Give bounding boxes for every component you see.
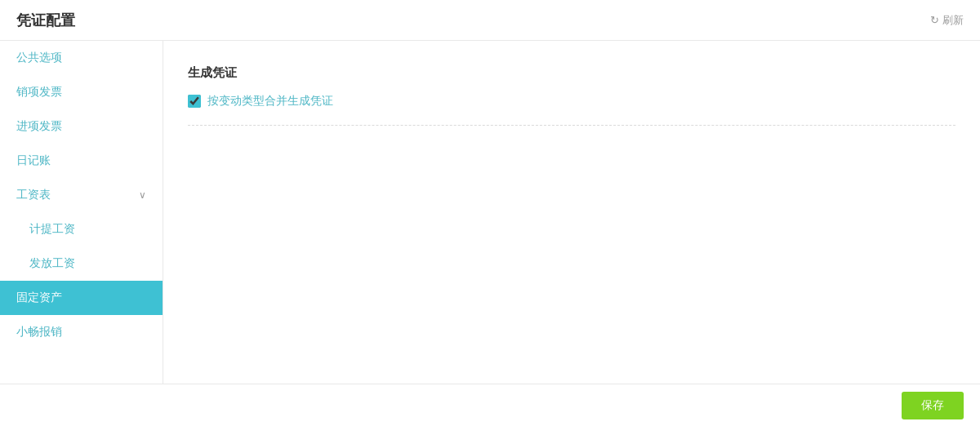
sidebar-item-petty-expense[interactable]: 小畅报销: [0, 315, 163, 349]
footer: 保存: [0, 384, 980, 426]
chevron-down-icon: ∨: [139, 189, 146, 201]
sidebar-label-payroll-pay: 发放工资: [29, 256, 75, 271]
sidebar: 公共选项销项发票进项发票日记账工资表∨计提工资发放工资固定资产小畅报销: [0, 41, 163, 384]
sidebar-item-payroll-table[interactable]: 工资表∨: [0, 178, 163, 212]
sidebar-label-petty-expense: 小畅报销: [16, 325, 62, 339]
sidebar-item-payroll-calc[interactable]: 计提工资: [0, 212, 163, 246]
sidebar-label-payroll-table: 工资表: [16, 188, 51, 202]
main-layout: 公共选项销项发票进项发票日记账工资表∨计提工资发放工资固定资产小畅报销 生成凭证…: [0, 41, 980, 384]
sidebar-item-payroll-pay[interactable]: 发放工资: [0, 246, 163, 281]
merge-by-type-checkbox[interactable]: [188, 95, 201, 108]
section-divider: [188, 125, 956, 126]
refresh-icon: ↻: [930, 14, 939, 26]
content-area: 生成凭证 按变动类型合并生成凭证: [163, 41, 980, 384]
refresh-button[interactable]: ↻ 刷新: [930, 13, 964, 28]
sidebar-item-journal[interactable]: 日记账: [0, 144, 163, 178]
sidebar-label-sales-invoice: 销项发票: [16, 85, 62, 100]
header: 凭证配置 ↻ 刷新: [0, 0, 980, 41]
sidebar-label-payroll-calc: 计提工资: [29, 222, 75, 237]
sidebar-item-purchase-invoice[interactable]: 进项发票: [0, 109, 163, 144]
sidebar-label-journal: 日记账: [16, 153, 51, 168]
refresh-label: 刷新: [942, 13, 964, 28]
sidebar-item-sales-invoice[interactable]: 销项发票: [0, 75, 163, 109]
page-title: 凭证配置: [16, 11, 75, 30]
checkbox-row: 按变动类型合并生成凭证: [188, 94, 956, 109]
sidebar-item-fixed-assets[interactable]: 固定资产: [0, 281, 163, 315]
merge-by-type-label[interactable]: 按变动类型合并生成凭证: [207, 94, 333, 109]
sidebar-label-fixed-assets: 固定资产: [16, 291, 62, 305]
section-title: 生成凭证: [188, 65, 956, 81]
sidebar-label-public-options: 公共选项: [16, 51, 62, 65]
sidebar-item-public-options[interactable]: 公共选项: [0, 41, 163, 75]
save-button[interactable]: 保存: [902, 392, 964, 419]
sidebar-label-purchase-invoice: 进项发票: [16, 119, 62, 134]
